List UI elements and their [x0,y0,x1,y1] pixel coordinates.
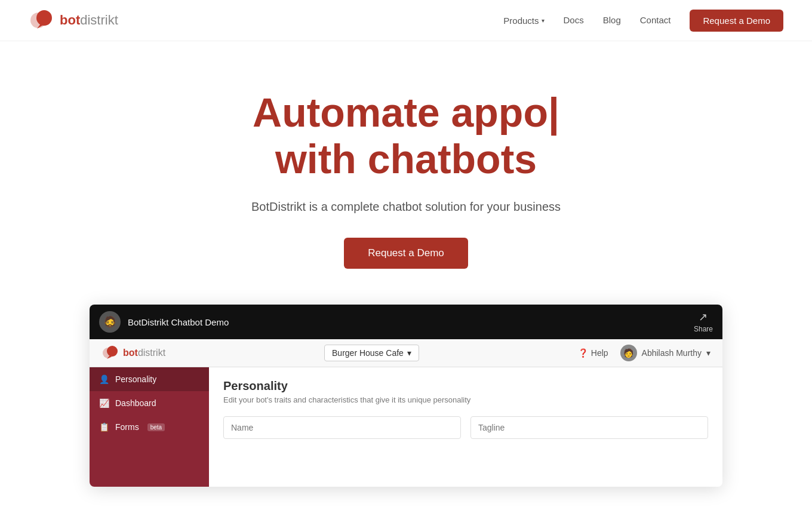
hero-section: Automate appo| with chatbots BotDistrikt… [0,41,812,305]
nav-request-demo-button[interactable]: Request a Demo [690,10,783,32]
sidebar-item-dashboard[interactable]: 📈 Dashboard [90,391,209,415]
app-logo-icon [102,344,119,362]
chevron-down-icon: ▾ [542,17,545,24]
share-icon: ↗ [699,311,708,324]
name-input[interactable] [223,416,461,439]
user-chevron-icon: ▾ [706,348,710,358]
app-header: botdistrikt Burger House Cafe ▾ ❓ Help 🧑… [90,339,722,367]
video-left: 🧔 BotDistrikt Chatbot Demo [99,311,229,333]
app-header-right: ❓ Help 🧑 Abhilash Murthy ▾ [578,345,710,361]
demo-container: 🧔 BotDistrikt Chatbot Demo ↗ Share [90,305,722,487]
app-sidebar: 👤 Personality 📈 Dashboard 📋 Forms beta [90,367,209,487]
help-icon: ❓ [578,348,588,358]
page-subtitle: Edit your bot's traits and characteristi… [223,395,708,404]
beta-badge: beta [147,423,165,431]
logo-icon [29,7,55,33]
sidebar-item-forms[interactable]: 📋 Forms beta [90,415,209,439]
products-link[interactable]: Products ▾ [503,16,544,26]
nav-cta: Request a Demo [690,10,783,32]
app-screenshot: botdistrikt Burger House Cafe ▾ ❓ Help 🧑… [90,339,722,487]
nav-item-blog[interactable]: Blog [603,15,621,26]
selector-chevron-icon: ▾ [407,348,411,358]
personality-icon: 👤 [99,374,109,384]
hero-subtitle: BotDistrikt is a complete chatbot soluti… [12,200,800,214]
sidebar-item-personality[interactable]: 👤 Personality [90,367,209,391]
nav-item-products[interactable]: Products ▾ [503,16,544,26]
nav-links: Products ▾ Docs Blog Contact Request a D… [503,10,783,32]
help-button[interactable]: ❓ Help [578,348,608,358]
app-logo-text: botdistrikt [123,348,165,358]
demo-area: 🧔 BotDistrikt Chatbot Demo ↗ Share [78,305,734,511]
nav-item-contact[interactable]: Contact [640,15,671,26]
tagline-input[interactable] [470,416,708,439]
video-avatar: 🧔 [99,311,121,333]
dashboard-icon: 📈 [99,398,109,408]
video-title: BotDistrikt Chatbot Demo [128,317,229,327]
app-logo: botdistrikt [102,344,165,362]
app-main-content: Personality Edit your bot's traits and c… [209,367,722,487]
svg-point-4 [107,346,118,357]
hero-request-demo-button[interactable]: Request a Demo [344,238,468,269]
user-menu-button[interactable]: 🧑 Abhilash Murthy ▾ [620,345,710,361]
hero-title: Automate appo| with chatbots [12,89,800,182]
svg-point-1 [36,10,52,26]
forms-icon: 📋 [99,422,109,432]
avatar: 🧑 [620,345,637,361]
personality-form-row [223,416,708,439]
logo[interactable]: botdistrikt [29,7,118,33]
bot-selector[interactable]: Burger House Cafe ▾ [324,345,419,361]
video-topbar: 🧔 BotDistrikt Chatbot Demo ↗ Share [90,305,722,339]
video-share-button[interactable]: ↗ Share [694,311,713,333]
navbar: botdistrikt Products ▾ Docs Blog Contact… [0,0,812,41]
app-body: 👤 Personality 📈 Dashboard 📋 Forms beta [90,367,722,487]
logo-text: botdistrikt [60,13,118,28]
nav-item-docs[interactable]: Docs [564,15,584,26]
page-title: Personality [223,379,708,393]
